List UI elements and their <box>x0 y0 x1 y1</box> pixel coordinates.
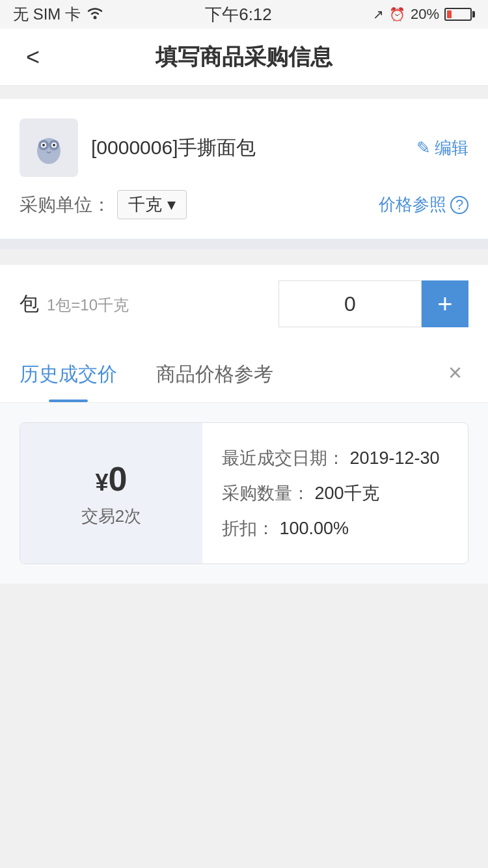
wifi-icon <box>86 5 104 23</box>
status-bar: 无 SIM 卡 下午6:12 ↗ ⏰ 20% <box>0 0 488 29</box>
help-icon: ? <box>450 196 468 214</box>
dropdown-arrow-icon: ▾ <box>167 195 176 215</box>
svg-point-7 <box>53 144 55 146</box>
product-name: [0000006]手撕面包 <box>91 135 256 161</box>
purchase-qty-row: 采购数量： 200千克 <box>222 481 448 505</box>
price-ref-label: 价格参照 <box>379 193 446 216</box>
quantity-add-button[interactable]: + <box>422 280 468 327</box>
recent-date-value: 2019-12-30 <box>350 448 440 468</box>
nav-bar: < 填写商品采购信息 <box>0 29 488 86</box>
purchase-qty-label: 采购数量： <box>222 483 310 503</box>
card-detail-area: 最近成交日期： 2019-12-30 采购数量： 200千克 折扣： 100.0… <box>202 423 468 563</box>
status-time: 下午6:12 <box>205 3 272 26</box>
svg-point-6 <box>42 144 45 146</box>
card-trade-count: 交易2次 <box>81 505 141 528</box>
purchase-unit-label: 采购单位： <box>20 193 111 217</box>
carrier-text: 无 SIM 卡 <box>13 4 81 25</box>
purchase-unit-row: 采购单位： 千克 ▾ 价格参照 ? <box>20 190 468 219</box>
currency-symbol: ¥ <box>96 469 109 496</box>
section-divider <box>0 239 488 249</box>
tab-history-price[interactable]: 历史成交价 <box>20 343 117 402</box>
quantity-control: + <box>278 280 468 327</box>
purchase-qty-value: 200千克 <box>315 483 379 503</box>
unit-select[interactable]: 千克 ▾ <box>117 190 187 219</box>
tab-header: 历史成交价 商品价格参考 × <box>0 343 488 403</box>
location-icon: ↗ <box>373 7 384 22</box>
product-thumbnail <box>20 118 78 177</box>
card-price: ¥0 <box>96 459 128 498</box>
quantity-label-area: 包 1包=10千克 <box>20 291 129 318</box>
alarm-icon: ⏰ <box>389 7 405 22</box>
edit-icon: ✎ <box>416 138 431 158</box>
svg-point-0 <box>94 16 97 20</box>
unit-value: 千克 <box>128 193 162 216</box>
battery-percent: 20% <box>411 6 439 23</box>
quantity-section: 包 1包=10千克 + <box>0 260 488 343</box>
product-info: [0000006]手撕面包 <box>20 118 256 177</box>
recent-date-label: 最近成交日期： <box>222 448 345 468</box>
status-left: 无 SIM 卡 <box>13 4 104 25</box>
card-price-area: ¥0 交易2次 <box>20 423 202 563</box>
quantity-input[interactable] <box>278 280 422 327</box>
status-right: ↗ ⏰ 20% <box>373 6 475 23</box>
battery-icon <box>444 8 475 21</box>
bottom-area <box>0 584 488 868</box>
discount-value: 100.00% <box>280 519 349 538</box>
tabs: 历史成交价 商品价格参考 <box>20 343 273 402</box>
quantity-unit-hint: 1包=10千克 <box>47 295 129 316</box>
product-section: [0000006]手撕面包 ✎ 编辑 采购单位： 千克 ▾ 价格参照 ? <box>0 99 488 239</box>
tab-close-button[interactable]: × <box>442 353 468 393</box>
back-button[interactable]: < <box>20 37 46 77</box>
discount-label: 折扣： <box>222 519 275 538</box>
discount-row: 折扣： 100.00% <box>222 517 448 540</box>
edit-button[interactable]: ✎ 编辑 <box>416 137 468 159</box>
page-title: 填写商品采购信息 <box>156 42 332 72</box>
tab-section: 历史成交价 商品价格参考 × ¥0 交易2次 最近成交日期： 2019-12-3… <box>0 343 488 584</box>
recent-date-row: 最近成交日期： 2019-12-30 <box>222 446 448 470</box>
product-header: [0000006]手撕面包 ✎ 编辑 <box>20 118 468 177</box>
card-area: ¥0 交易2次 最近成交日期： 2019-12-30 采购数量： 200千克 折… <box>0 403 488 584</box>
price-ref-button[interactable]: 价格参照 ? <box>379 193 468 216</box>
tab-product-price[interactable]: 商品价格参考 <box>156 343 273 402</box>
history-card: ¥0 交易2次 最近成交日期： 2019-12-30 采购数量： 200千克 折… <box>20 422 468 564</box>
quantity-unit-name: 包 <box>20 291 39 318</box>
